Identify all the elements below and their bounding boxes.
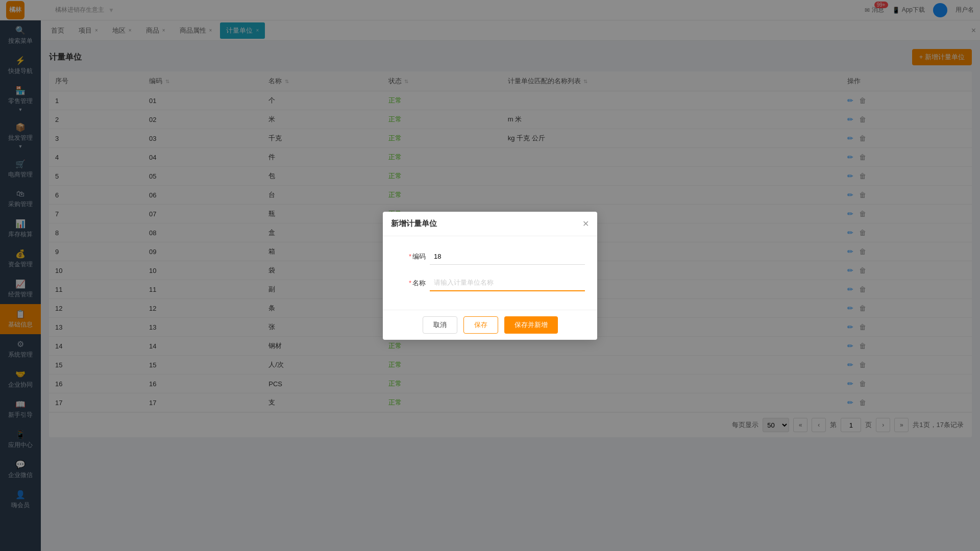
code-input[interactable] [430, 248, 585, 265]
dialog-close-btn[interactable]: ✕ [582, 219, 589, 229]
form-row-name: *名称 [395, 275, 585, 291]
dialog-body: *编码 *名称 [383, 236, 597, 310]
name-input[interactable] [430, 275, 585, 291]
code-label: *编码 [395, 252, 426, 261]
form-row-code: *编码 [395, 248, 585, 265]
cancel-button[interactable]: 取消 [423, 316, 457, 334]
dialog-footer: 取消 保存 保存并新增 [383, 310, 597, 340]
save-button[interactable]: 保存 [463, 316, 498, 334]
dialog-title: 新增计量单位 [391, 219, 437, 229]
dialog-header: 新增计量单位 ✕ [383, 212, 597, 236]
name-label: *名称 [395, 279, 426, 288]
save-and-add-button[interactable]: 保存并新增 [504, 316, 558, 334]
add-unit-dialog: 新增计量单位 ✕ *编码 *名称 取消 保存 保存并新增 [383, 212, 597, 340]
dialog-overlay: 新增计量单位 ✕ *编码 *名称 取消 保存 保存并新增 [0, 0, 980, 551]
